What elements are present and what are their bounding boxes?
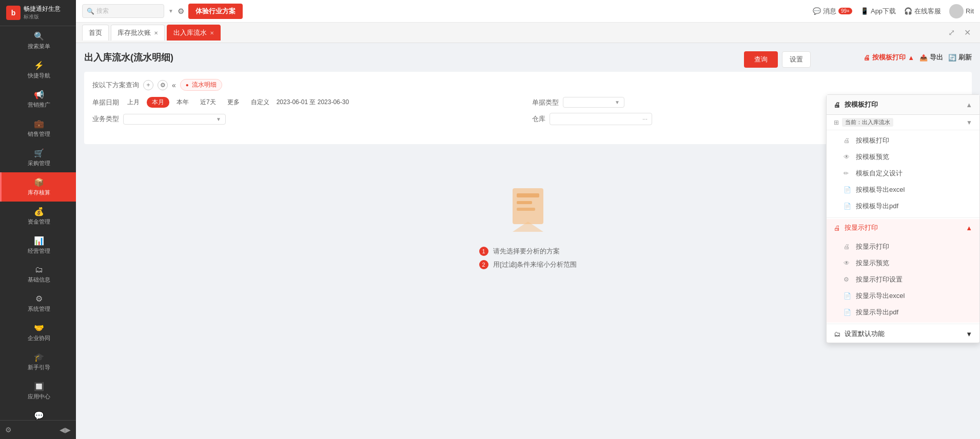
sidebar-nav: 🔍 搜索菜单 ⚡ 快捷导航 📢 营销推广 💼 销售管理 🛒 采购管理 📦 库存核… [0,26,76,420]
date-option-this-month[interactable]: 本月 [147,97,169,108]
refresh-icon: 🔄 [948,54,956,62]
filter-collapse-btn[interactable]: « [172,81,176,89]
topbar-settings-icon[interactable]: ⚙ [178,7,184,16]
sidebar-item-wechat[interactable]: 💬 企业微信 [0,406,76,420]
tab-batch-account-close[interactable]: ✕ [154,30,158,36]
sidebar-item-marketing[interactable]: 📢 营销推广 [0,85,76,114]
sidebar-item-guide[interactable]: 🎓 新手引导 [0,347,76,376]
sidebar-item-label: 系统管理 [28,305,50,313]
filter-settings-btn[interactable]: ⚙ [158,80,168,90]
sidebar-item-operation[interactable]: 📊 经营管理 [0,231,76,260]
cooperation-icon: 🤝 [34,323,44,333]
sidebar-item-basic[interactable]: 🗂 基础信息 [0,260,76,289]
default-settings-icon: 🗂 [834,330,840,338]
dropdown-item-display-preview[interactable]: 👁 按显示预览 [827,255,979,271]
sidebar-item-cooperation[interactable]: 🤝 企业协同 [0,318,76,347]
sidebar-item-purchase[interactable]: 🛒 采购管理 [0,143,76,172]
printer-icon-header: 🖨 [834,101,840,109]
avatar [949,4,964,18]
dropdown-item-display-pdf[interactable]: 📄 按显示导出pdf [827,304,979,321]
export-btn[interactable]: 📤 导出 [919,53,943,62]
dropdown-expand-arrow[interactable]: ▼ [966,119,972,126]
settings-btn[interactable]: 设置 [782,51,811,68]
topbar: 🔍 搜索 ▼ ⚙ 体验行业方案 💬 消息 99+ 📱 App下载 🎧 [76,0,980,23]
display-printer-icon: 🖨 [844,243,852,250]
refresh-btn[interactable]: 🔄 刷新 [948,53,972,62]
pdf-icon-item: 📄 [844,203,852,210]
user-avatar[interactable]: Rit [949,4,974,18]
dropdown-item-display-excel[interactable]: 📄 按显示导出excel [827,288,979,304]
sidebar-item-quick-nav[interactable]: ⚡ 快捷导航 [0,55,76,85]
tab-flow-close[interactable]: ✕ [210,30,214,36]
page-title-text: 出入库流水(流水明细) [84,51,173,64]
dropdown-item-template-excel[interactable]: 📄 按模板导出excel [827,182,979,198]
date-options: 上月 本月 本年 近7天 更多 自定义 [123,97,273,108]
default-settings-section-header[interactable]: 🗂 设置默认功能 ▼ [827,325,979,343]
query-btn[interactable]: 查询 [744,51,778,68]
warehouse-more-icon[interactable]: ··· [642,115,648,123]
date-option-more[interactable]: 更多 [223,97,244,108]
biz-type-field: 业务类型 ▼ [92,114,524,125]
display-preview-icon: 👁 [844,260,852,267]
dropdown-item-display-print[interactable]: 🖨 按显示打印 [827,238,979,255]
dropdown-item-template-print[interactable]: 🖨 按模板打印 [827,132,979,149]
sidebar-item-sales[interactable]: 💼 销售管理 [0,114,76,143]
sidebar-item-label: 采购管理 [28,159,50,167]
doc-type-arrow: ▼ [615,99,620,105]
date-range-text: 2023-06-01 至 2023-06-30 [277,98,349,107]
empty-steps: 1 请先选择要分析的方案 2 用[过滤]条件来缩小分析范围 [479,245,577,271]
filter-active-tag[interactable]: ● 流水明细 [180,79,222,91]
section-collapse-arrow[interactable]: ▲ [966,224,972,232]
settings-icon[interactable]: ⚙ [5,426,12,434]
dropdown-item-display-print-settings[interactable]: ⚙ 按显示打印设置 [827,271,979,288]
online-service-btn[interactable]: 🎧 在线客服 [904,7,941,16]
date-option-7days[interactable]: 近7天 [196,97,220,108]
tab-batch-account[interactable]: 库存批次账 ✕ [111,25,165,41]
display-settings-icon: ⚙ [844,276,852,283]
filter-add-btn[interactable]: ＋ [143,80,153,90]
tab-flow[interactable]: 出入库流水 ✕ [167,25,221,41]
page-content: 出入库流水(流水明细) 🖨 按模板打印 ▲ 📤 导出 🔄 刷新 [76,43,980,439]
empty-icon [502,183,554,234]
collapse-icon[interactable]: ◀▶ [60,426,71,434]
sidebar-item-system[interactable]: ⚙ 系统管理 [0,289,76,318]
app-download-btn[interactable]: 📱 App下载 [860,7,896,16]
topbar-left: 🔍 搜索 ▼ ⚙ 体验行业方案 [82,4,809,19]
topbar-right: 💬 消息 99+ 📱 App下载 🎧 在线客服 Rit [813,4,974,18]
display-print-section-header[interactable]: 🖨 按显示打印 ▲ [827,219,979,236]
date-filter: 上月 本月 本年 近7天 更多 自定义 2023-06-01 至 2023-06… [123,97,524,108]
logo-icon: b [6,6,21,20]
message-icon: 💬 [813,7,821,15]
tab-maximize-icon[interactable]: ⤢ [945,27,958,38]
tab-home[interactable]: 首页 [82,25,109,41]
sidebar-item-label: 搜索菜单 [28,43,50,50]
sidebar-logo: b 畅捷通好生意 标准版 [0,0,76,26]
date-option-this-year[interactable]: 本年 [172,97,193,108]
warehouse-select[interactable]: ··· [550,113,652,125]
biz-type-arrow: ▼ [216,116,221,122]
dropdown-close-arrow[interactable]: ▲ [966,101,972,109]
biz-type-select[interactable]: ▼ [123,114,226,125]
sidebar-item-label: 库存核算 [28,189,50,196]
doc-type-select[interactable]: ▼ [563,97,624,108]
date-option-custom[interactable]: 自定义 [247,97,273,108]
date-option-last-month[interactable]: 上月 [123,97,144,108]
topbar-search-box[interactable]: 🔍 搜索 [82,4,164,18]
dropdown-item-template-pdf[interactable]: 📄 按模板导出pdf [827,198,979,214]
sidebar-item-finance[interactable]: 💰 资金管理 [0,202,76,231]
template-print-btn[interactable]: 🖨 按模板打印 ▲ [864,53,914,62]
default-settings-arrow[interactable]: ▼ [966,330,972,338]
dropdown-item-template-custom[interactable]: ✏ 模板自定义设计 [827,165,979,182]
sidebar-item-apps[interactable]: 🔲 应用中心 [0,376,76,406]
message-btn[interactable]: 💬 消息 99+ [813,7,852,16]
sidebar-item-inventory[interactable]: 📦 库存核算 [0,172,76,202]
trial-btn[interactable]: 体验行业方案 [188,4,243,19]
search-icon: 🔍 [87,8,94,15]
dropdown-item-template-preview[interactable]: 👁 按模板预览 [827,149,979,165]
sidebar-item-search[interactable]: 🔍 搜索菜单 [0,26,76,55]
search-dropdown-icon[interactable]: ▼ [168,8,173,14]
tab-close-all-icon[interactable]: ✕ [961,27,974,38]
sidebar-item-label: 快捷导航 [28,72,50,79]
page-header: 出入库流水(流水明细) 🖨 按模板打印 ▲ 📤 导出 🔄 刷新 [84,51,972,64]
inventory-icon: 📦 [34,177,44,187]
